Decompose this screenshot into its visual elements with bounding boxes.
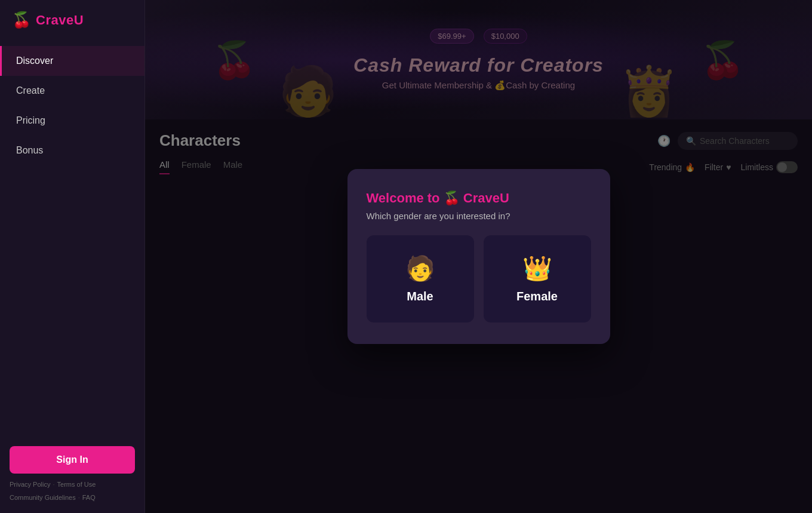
community-guidelines-link[interactable]: Community Guidelines	[10, 494, 76, 501]
gender-card-female[interactable]: 👑 Female	[484, 235, 591, 322]
sidebar-item-label: Discover	[16, 56, 53, 66]
terms-of-use-link[interactable]: Terms of Use	[57, 481, 96, 492]
gender-selection-modal: Welcome to 🍒 CraveU Which gender are you…	[347, 169, 610, 344]
gender-card-male[interactable]: 🧑 Male	[367, 235, 474, 322]
modal-title: Welcome to 🍒 CraveU	[367, 191, 591, 206]
female-emoji: 👑	[522, 254, 552, 282]
sidebar-item-create[interactable]: Create	[0, 76, 144, 106]
logo-icon: 🍒	[12, 11, 31, 29]
gender-options: 🧑 Male 👑 Female	[367, 235, 591, 322]
female-label: Female	[516, 290, 558, 303]
male-label: Male	[407, 290, 433, 303]
logo-text: CraveU	[36, 13, 84, 28]
modal-overlay: Welcome to 🍒 CraveU Which gender are you…	[145, 0, 812, 513]
logo-area[interactable]: 🍒 CraveU	[0, 0, 144, 40]
sign-in-button[interactable]: Sign In	[10, 446, 135, 474]
sidebar-item-discover[interactable]: Discover	[0, 46, 144, 76]
sidebar-item-label: Create	[16, 85, 45, 96]
privacy-policy-link[interactable]: Privacy Policy	[10, 481, 50, 492]
sidebar-item-pricing[interactable]: Pricing	[0, 106, 144, 136]
male-emoji: 🧑	[405, 254, 435, 282]
modal-subtitle: Which gender are you interested in?	[367, 211, 591, 221]
sidebar-item-bonus[interactable]: Bonus	[0, 136, 144, 165]
modal-brand-name: CraveU	[463, 191, 509, 205]
welcome-prefix: Welcome to 🍒	[367, 191, 463, 205]
sidebar-item-label: Pricing	[16, 115, 45, 125]
main-content: 🍒 🧑 $69.99+ $10,000 Cash Reward for Crea…	[145, 0, 812, 513]
sidebar: 🍒 CraveU Discover Create Pricing Bonus S…	[0, 0, 145, 513]
sidebar-nav: Discover Create Pricing Bonus	[0, 46, 144, 434]
sidebar-footer: Sign In Privacy Policy · Terms of Use Co…	[0, 434, 144, 513]
footer-links: Privacy Policy · Terms of Use Community …	[10, 481, 135, 501]
sidebar-item-label: Bonus	[16, 145, 43, 155]
faq-link[interactable]: FAQ	[82, 494, 96, 501]
